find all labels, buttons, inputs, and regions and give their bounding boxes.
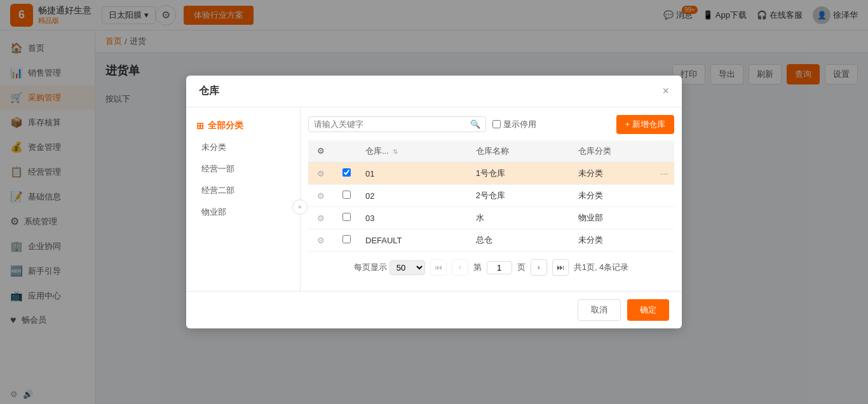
prev-page-btn[interactable]: ‹ — [452, 259, 468, 276]
row-action-2[interactable]: ⚙ — [308, 207, 334, 229]
collapse-panel-button[interactable]: « — [292, 199, 308, 215]
page-number-input[interactable] — [487, 261, 512, 274]
next-page-btn[interactable]: › — [531, 259, 547, 276]
category-item-ops1[interactable]: 经营一部 — [186, 158, 300, 180]
category-all-label: 全部分类 — [208, 120, 243, 131]
warehouse-table: ⚙ 仓库... ⇅ 仓库名称 仓库分类 — [308, 140, 674, 252]
pagination: 每页显示 50 20 100 ⏮ ‹ 第 页 › ⏭ 共1页, 4条记录 — [308, 252, 674, 283]
row-action-3[interactable]: ⚙ — [308, 229, 334, 252]
th-category: 仓库分类 — [572, 140, 674, 163]
category-item-ops2[interactable]: 经营二部 — [186, 180, 300, 201]
show-disabled-label: 显示停用 — [503, 119, 536, 130]
table-container: ⚙ 仓库... ⇅ 仓库名称 仓库分类 — [308, 140, 674, 252]
th-name-label: 仓库名称 — [476, 146, 509, 156]
table-row[interactable]: ⚙ 03 水 物业部 — [308, 207, 674, 229]
search-icon[interactable]: 🔍 — [470, 119, 480, 129]
page-label: 第 — [473, 262, 482, 273]
row-checkbox-2[interactable] — [342, 213, 351, 221]
row-checkbox-0[interactable] — [342, 168, 351, 177]
row-checkbox-cell-0 — [334, 162, 359, 185]
th-settings: ⚙ — [308, 140, 334, 163]
cancel-button[interactable]: 取消 — [578, 299, 621, 321]
table-header-row: ⚙ 仓库... ⇅ 仓库名称 仓库分类 — [308, 140, 674, 163]
th-name: 仓库名称 — [470, 140, 572, 163]
row-checkbox-cell-3 — [334, 229, 359, 252]
row-action-0[interactable]: ⚙ — [308, 162, 334, 185]
row-code-3: DEFAULT — [359, 229, 470, 252]
table-row[interactable]: ⚙ 01 1号仓库 未分类 ··· — [308, 162, 674, 185]
modal-footer: 取消 确定 — [186, 291, 682, 328]
th-checkbox — [334, 140, 359, 163]
row-name-1: 2号仓库 — [470, 185, 572, 207]
th-code: 仓库... ⇅ — [359, 140, 470, 163]
last-page-btn[interactable]: ⏭ — [552, 259, 569, 276]
modal-overlay: 仓库 × ⊞ 全部分类 未分类 经营一部 经营二部 物业部 « — [0, 0, 868, 404]
row-code-2: 03 — [359, 207, 470, 229]
table-row[interactable]: ⚙ 02 2号仓库 未分类 — [308, 185, 674, 207]
category-panel: ⊞ 全部分类 未分类 经营一部 经营二部 物业部 « — [186, 107, 301, 292]
warehouse-modal: 仓库 × ⊞ 全部分类 未分类 经营一部 经营二部 物业部 « — [186, 76, 682, 329]
modal-header: 仓库 × — [186, 76, 682, 107]
confirm-button[interactable]: 确定 — [627, 299, 669, 321]
table-panel: 🔍 显示停用 + 新增仓库 ⚙ — [301, 107, 682, 292]
modal-close-button[interactable]: × — [662, 84, 669, 98]
show-disabled-checkbox-label[interactable]: 显示停用 — [492, 119, 536, 130]
per-page-label: 每页显示 — [354, 262, 387, 273]
modal-body: ⊞ 全部分类 未分类 经营一部 经营二部 物业部 « 🔍 — [186, 107, 682, 292]
row-name-2: 水 — [470, 207, 572, 229]
search-input-wrap: 🔍 — [308, 116, 486, 132]
add-warehouse-button[interactable]: + 新增仓库 — [616, 115, 674, 134]
per-page-select[interactable]: 50 20 100 — [390, 260, 425, 275]
page-unit: 页 — [517, 262, 526, 273]
page-size-select-wrap: 每页显示 50 20 100 — [354, 260, 425, 275]
grid-icon: ⊞ — [196, 121, 204, 131]
th-code-label: 仓库... — [365, 146, 389, 156]
th-category-label: 仓库分类 — [578, 146, 611, 156]
category-item-unclassified[interactable]: 未分类 — [186, 137, 300, 158]
table-header: ⚙ 仓库... ⇅ 仓库名称 仓库分类 — [308, 140, 674, 163]
table-body: ⚙ 01 1号仓库 未分类 ··· ⚙ 02 2号仓库 未分类 ⚙ — [308, 162, 674, 252]
row-code-1: 02 — [359, 185, 470, 207]
category-item-property[interactable]: 物业部 — [186, 201, 300, 223]
row-category-1: 未分类 — [572, 185, 674, 207]
table-row[interactable]: ⚙ DEFAULT 总仓 未分类 — [308, 229, 674, 252]
row-category-2: 物业部 — [572, 207, 674, 229]
sort-code-icon[interactable]: ⇅ — [393, 148, 398, 155]
row-category-3: 未分类 — [572, 229, 674, 252]
table-toolbar: 🔍 显示停用 + 新增仓库 — [308, 115, 674, 134]
category-all[interactable]: ⊞ 全部分类 — [186, 115, 300, 137]
first-page-btn[interactable]: ⏮ — [430, 259, 447, 276]
row-name-0: 1号仓库 — [470, 162, 572, 185]
row-action-1[interactable]: ⚙ — [308, 185, 334, 207]
row-name-3: 总仓 — [470, 229, 572, 252]
modal-title: 仓库 — [199, 84, 219, 98]
row-more-btn-0[interactable]: ··· — [660, 168, 668, 178]
row-category-0: 未分类 ··· — [572, 163, 674, 185]
show-disabled-checkbox[interactable] — [492, 120, 501, 128]
row-code-0: 01 — [359, 162, 470, 185]
row-checkbox-3[interactable] — [342, 235, 351, 243]
row-checkbox-1[interactable] — [342, 191, 351, 199]
row-checkbox-cell-1 — [334, 185, 359, 207]
total-info: 共1页, 4条记录 — [574, 262, 629, 273]
row-checkbox-cell-2 — [334, 207, 359, 229]
search-input[interactable] — [314, 119, 470, 129]
